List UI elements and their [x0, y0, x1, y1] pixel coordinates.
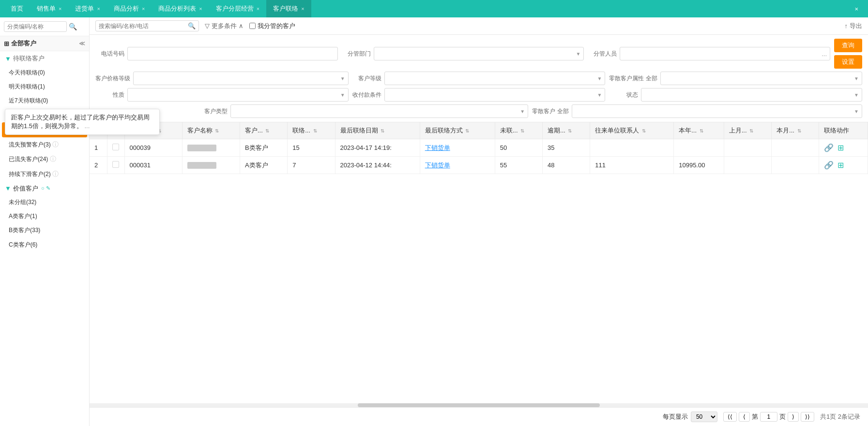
col-last-method[interactable]: 最后联络方式 ⇅	[420, 122, 495, 139]
cell-last-date-2: 2023-04-12 14:44:	[335, 157, 420, 174]
nav-customer-tier[interactable]: 客户分层经营 ×	[209, 0, 266, 17]
sidebar-declining[interactable]: 持续下滑客户(2) ⓘ	[0, 167, 89, 182]
nav-purchase[interactable]: 进货单 ×	[68, 0, 107, 17]
top-navigation: 首页 销售单 × 进货单 × 商品分析 × 商品分析列表 × 客户分层经营 × …	[0, 0, 868, 17]
customer-level-select[interactable]: ▼	[384, 72, 606, 85]
nav-goods-close[interactable]: ×	[142, 6, 145, 12]
triangle-icon2: ▼	[5, 185, 11, 192]
cell-checkbox-2[interactable]	[107, 157, 124, 174]
nature-select[interactable]: ▼	[127, 88, 349, 102]
nav-goods-analysis[interactable]: 商品分析 ×	[107, 0, 152, 17]
sort-icon-person: ⇅	[642, 128, 646, 133]
grid-icon-2[interactable]: ⊞	[838, 161, 844, 170]
cell-checkbox-1[interactable]	[107, 139, 124, 157]
col-last-date[interactable]: 最后联络日期 ⇅	[335, 122, 420, 139]
dept-select[interactable]: ▼	[374, 47, 584, 60]
row-checkbox-2[interactable]	[112, 161, 119, 168]
search-input[interactable]	[99, 23, 186, 29]
sort-icon-contact: ⇅	[313, 128, 317, 133]
sidebar-today-pending[interactable]: 今天待联络(0)	[0, 66, 89, 80]
next-page-btn[interactable]: ⟩	[788, 412, 799, 422]
cell-last-method-1[interactable]: 下销货单	[420, 139, 495, 157]
sidebar-class-c[interactable]: C类客户(6)	[0, 238, 89, 252]
cell-last-month-1	[724, 139, 771, 157]
nav-customer-tier-close[interactable]: ×	[257, 6, 259, 12]
col-person[interactable]: 往来单位联系人 ⇅	[590, 122, 674, 139]
sidebar-tomorrow-pending[interactable]: 明天待联络(1)	[0, 80, 89, 94]
nav-sales[interactable]: 销售单 ×	[30, 0, 68, 17]
filter-more-btn[interactable]: ▽ 更多条件 ∧	[205, 22, 244, 30]
cell-index-2: 2	[90, 157, 107, 174]
page-number-input[interactable]	[760, 412, 777, 422]
link-method-1[interactable]: 下销货单	[425, 144, 450, 151]
row-checkbox-1[interactable]	[112, 144, 119, 150]
nav-goods-list-close[interactable]: ×	[199, 6, 202, 12]
link-method-2[interactable]: 下销货单	[425, 162, 450, 169]
filter-actions: 查询 设置	[834, 39, 862, 69]
nav-goods-list[interactable]: 商品分析列表 ×	[152, 0, 209, 17]
nav-customer-contact-close[interactable]: ×	[301, 6, 304, 12]
col-no-contact[interactable]: 未联... ⇅	[495, 122, 542, 139]
sidebar-churn-warning[interactable]: 流失预警客户(3) ⓘ	[0, 137, 89, 152]
edit-icons[interactable]: ○ ✎	[41, 185, 50, 191]
page-size-select[interactable]: 50 100 200	[691, 411, 717, 422]
link-icon-1[interactable]: 🔗	[824, 143, 834, 152]
col-name[interactable]: 客户名称 ⇅	[182, 122, 240, 139]
field-dept: 分管部门 ▼	[342, 47, 584, 60]
sidebar-ungrouped[interactable]: 未分组(32)	[0, 195, 89, 209]
col-overdue[interactable]: 逾期... ⇅	[543, 122, 590, 139]
sidebar-churned[interactable]: 已流失客户(24) ⓘ	[0, 152, 89, 167]
query-btn[interactable]: 查询	[834, 39, 862, 52]
table-header-row: ⚙ 客户编码 ⇅ 客户名称 ⇅ 客户... ⇅ 联络... ⇅ 最后联络日期 ⇅…	[90, 122, 868, 139]
nav-customer-contact[interactable]: 客户联络 ×	[266, 0, 311, 17]
col-type[interactable]: 客户... ⇅	[240, 122, 287, 139]
manager-select[interactable]: ...	[620, 47, 830, 60]
triangle-icon: ▼	[5, 55, 11, 62]
customer-type-select[interactable]: ▼	[230, 104, 529, 118]
sidebar-search-icon[interactable]: 🔍	[69, 23, 77, 30]
export-btn[interactable]: ↑ 导出	[845, 22, 863, 30]
col-this-month[interactable]: 本月... ⇅	[772, 122, 819, 139]
cell-last-month-2	[724, 157, 771, 174]
cell-contact-count-2: 7	[288, 157, 335, 174]
scrollbar-thumb[interactable]	[358, 403, 600, 407]
cell-last-method-2[interactable]: 下销货单	[420, 157, 495, 174]
chevron-down-icon8: ▼	[520, 109, 525, 114]
nav-home[interactable]: 首页	[4, 0, 30, 17]
my-customer-checkbox[interactable]	[249, 23, 256, 29]
sort-icon-overdue: ⇅	[568, 128, 572, 133]
status-select[interactable]: ▼	[641, 88, 862, 102]
nav-purchase-close[interactable]: ×	[97, 6, 100, 12]
sidebar-class-a[interactable]: A类客户(1)	[0, 209, 89, 223]
sidebar-class-b[interactable]: B类客户(33)	[0, 223, 89, 237]
sidebar-search-input[interactable]	[4, 21, 67, 32]
nav-sales-close[interactable]: ×	[59, 6, 61, 12]
table-container: ⚙ 客户编码 ⇅ 客户名称 ⇅ 客户... ⇅ 联络... ⇅ 最后联络日期 ⇅…	[90, 122, 868, 403]
link-icon-2[interactable]: 🔗	[824, 161, 834, 170]
col-last-month[interactable]: 上月... ⇅	[724, 122, 771, 139]
search-btn-icon[interactable]: 🔍	[188, 22, 196, 29]
sidebar-pending-section[interactable]: ▼ 待联络客户	[0, 51, 89, 66]
window-close-btn[interactable]: ×	[849, 5, 864, 13]
grid-icon-1[interactable]: ⊞	[838, 143, 844, 152]
sidebar-all-customers[interactable]: ⊞ 全部客户 ≪	[0, 36, 89, 51]
first-page-btn[interactable]: ⟨⟨	[723, 412, 737, 422]
table-row: 2 000031 A类客户 7 2023-04-12 14:44: 下销货单 5…	[90, 157, 868, 174]
blurred-name-2	[187, 162, 216, 169]
cell-name-1	[182, 139, 240, 157]
sort-icon-year: ⇅	[700, 128, 703, 133]
col-contact-count[interactable]: 联络... ⇅	[288, 122, 335, 139]
tooltip-box: 距客户上次交易时长，超过了此客户的平均交易周期的1.5倍，则视为异常。 ...	[5, 109, 160, 135]
last-page-btn[interactable]: ⟩⟩	[801, 412, 814, 422]
retail-attr-select[interactable]: ▼	[660, 72, 862, 85]
sidebar-collapse-btn[interactable]: ≪	[79, 40, 85, 47]
payment-select[interactable]: ▼	[384, 88, 606, 102]
prev-page-btn[interactable]: ⟨	[739, 412, 750, 422]
settings-btn[interactable]: 设置	[834, 55, 862, 69]
sidebar-7days-pending[interactable]: 近7天待联络(0)	[0, 94, 89, 108]
price-level-select[interactable]: ▼	[133, 72, 349, 85]
col-this-year[interactable]: 本年... ⇅	[674, 122, 724, 139]
phone-input[interactable]	[127, 47, 338, 60]
horizontal-scrollbar[interactable]	[90, 403, 868, 407]
retail-customer-select[interactable]: ▼	[572, 104, 862, 118]
